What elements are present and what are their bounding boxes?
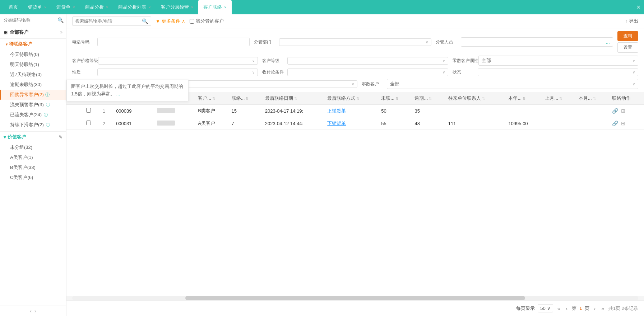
col-last-month[interactable]: 上月... ⇅ <box>541 92 575 105</box>
person-dots-icon[interactable]: ... <box>606 39 610 45</box>
info-icon-churned[interactable]: ⓘ <box>44 113 48 117</box>
tab-home[interactable]: 首页 <box>4 0 23 14</box>
gender-select[interactable]: ∨ <box>97 69 258 76</box>
more-conditions-button[interactable]: ▼ 更多条件 ∧ <box>156 18 185 24</box>
customer-level-select[interactable]: ∨ <box>287 57 448 65</box>
per-page-select[interactable]: 50 ∨ <box>538 304 553 312</box>
row1-unit-contact <box>445 105 505 117</box>
sort-icon-contact: ⇅ <box>246 96 249 100</box>
price-level-select[interactable]: ∨ <box>98 57 258 65</box>
retail-customer-select[interactable]: 全部 ∨ <box>387 79 638 89</box>
col-unit-contact[interactable]: 往来单位联系人 ⇅ <box>445 92 505 105</box>
tab-product-analysis[interactable]: 商品分析 × <box>80 0 113 14</box>
col-type[interactable]: 客户... ⇅ <box>194 92 228 105</box>
close-tab-sales[interactable]: × <box>44 5 46 9</box>
tab-customer-tier[interactable]: 客户分层经营 × <box>156 0 198 14</box>
info-icon-churn[interactable]: ⓘ <box>46 103 50 107</box>
value-customers-group[interactable]: ▾ 价值客户 ✎ <box>0 131 66 142</box>
tab-customer-contact[interactable]: 客户联络 × <box>198 0 231 14</box>
filter-row-3: 性质 ∨ 收付款条件 ∨ 状态 <box>72 69 638 76</box>
sort-icon-this-month: ⇅ <box>593 96 596 100</box>
sidebar-item-ungrouped[interactable]: 未分组(32) <box>0 142 66 152</box>
phone-input[interactable] <box>97 38 250 46</box>
sidebar-item-churned[interactable]: 已流失客户(24) ⓘ <box>0 110 66 120</box>
col-this-year[interactable]: 本年... ⇅ <box>505 92 541 105</box>
close-tab-contact[interactable]: × <box>224 5 226 9</box>
row2-checkbox <box>83 117 99 130</box>
horizontal-scrollbar[interactable] <box>72 296 638 300</box>
row1-checkbox <box>83 105 99 117</box>
sidebar-item-class-c[interactable]: C类客户(6) <box>0 173 66 183</box>
retail-attr-select[interactable]: 全部 ∨ <box>478 56 638 66</box>
close-tab-purchase[interactable]: × <box>73 5 75 9</box>
sidebar-item-overdue-contact[interactable]: 逾期未联络(30) <box>0 80 66 90</box>
export-button[interactable]: ↑ 导出 <box>625 18 639 24</box>
tab-purchase-order[interactable]: 进货单 × <box>51 0 80 14</box>
col-last-contact-method[interactable]: 最后联络方式 ⇅ <box>324 92 377 105</box>
col-last-contact-date[interactable]: 最后联络日期 ⇅ <box>261 92 324 105</box>
payment-select[interactable]: ∨ <box>287 69 448 76</box>
sidebar-item-tomorrow-contact[interactable]: 明天待联络(1) <box>0 60 66 70</box>
sidebar-item-declining[interactable]: 持续下滑客户(2) ⓘ <box>0 120 66 130</box>
last-page-button[interactable]: » <box>600 305 606 312</box>
tab-sales-order[interactable]: 销货单 × <box>23 0 51 14</box>
close-tab-tier[interactable]: × <box>191 5 193 9</box>
sidebar-item-class-a[interactable]: A类客户(1) <box>0 152 66 162</box>
window-close-button[interactable]: × <box>636 4 640 11</box>
sort-icon-method: ⇅ <box>356 96 359 100</box>
first-page-button[interactable]: « <box>556 305 562 312</box>
info-icon-repurchase[interactable]: ⓘ <box>45 92 50 98</box>
query-button[interactable]: 查询 <box>617 31 638 41</box>
sidebar-item-churn-warning[interactable]: 流失预警客户(3) ⓘ <box>0 100 66 110</box>
sidebar-search-icon[interactable]: 🔍 <box>57 17 64 23</box>
close-tab-analysis-list[interactable]: × <box>148 5 150 9</box>
sidebar-item-repurchase-abnormal[interactable]: 回购异常客户(2) ⓘ <box>0 90 66 100</box>
row2-last-month <box>541 117 575 130</box>
value-arrow-icon: ▾ <box>4 135 6 140</box>
search-filter-box: 🔍 <box>72 16 151 26</box>
row2-grid-icon[interactable]: ⊞ <box>621 121 625 126</box>
col-contact[interactable]: 联络... ⇅ <box>228 92 261 105</box>
row1-last-method[interactable]: 下销货单 <box>324 105 377 117</box>
col-this-month[interactable]: 本月... ⇅ <box>575 92 608 105</box>
row1-grid-icon[interactable]: ⊞ <box>621 108 625 114</box>
filter-search-icon[interactable]: 🔍 <box>142 18 148 24</box>
next-page-button[interactable]: › <box>592 305 597 312</box>
row1-link-icon[interactable]: 🔗 <box>612 108 618 114</box>
chevron-left-icon[interactable]: ‹ <box>30 308 32 314</box>
scrollbar-thumb <box>185 296 525 300</box>
row2-last-method[interactable]: 下销货单 <box>324 117 377 130</box>
collapse-sidebar-icon[interactable]: » <box>60 30 62 35</box>
sidebar-search-input[interactable] <box>4 18 57 23</box>
status-select[interactable]: ∨ <box>478 69 638 76</box>
row1-last-date: 2023-04-17 14:19: <box>261 105 324 117</box>
row1-select[interactable] <box>86 108 91 113</box>
prev-page-button[interactable]: ‹ <box>565 305 569 312</box>
close-tab-analysis[interactable]: × <box>106 5 108 9</box>
col-uncontacted[interactable]: 未联... ⇅ <box>377 92 411 105</box>
chevron-right-icon[interactable]: › <box>34 308 36 314</box>
current-page[interactable]: 1 <box>579 306 582 311</box>
sidebar-item-7day-contact[interactable]: 近7天待联络(0) <box>0 70 66 80</box>
my-customers-check[interactable] <box>190 19 194 24</box>
dept-select[interactable]: ∨ <box>279 38 431 46</box>
info-icon-declining[interactable]: ⓘ <box>46 123 50 127</box>
row2-actions: 🔗 ⊞ <box>608 117 644 130</box>
search-input[interactable] <box>75 19 140 24</box>
person-select[interactable]: ... <box>461 37 613 47</box>
row2-select[interactable] <box>86 121 91 125</box>
table-row: 2 000031 A类客户 7 2023-04-12 14:44: 下销货单 5… <box>66 117 644 130</box>
sidebar-item-class-b[interactable]: B类客户(33) <box>0 162 66 173</box>
row2-code: 000031 <box>112 117 153 130</box>
row2-link-icon[interactable]: 🔗 <box>612 121 618 126</box>
edit-icon-value-group[interactable]: ✎ <box>59 135 62 140</box>
pending-contact-group[interactable]: ▾ 待联络客户 <box>0 39 66 49</box>
sidebar-item-today-contact[interactable]: 今天待联络(0) <box>0 49 66 60</box>
per-page-chevron-icon: ∨ <box>547 306 551 311</box>
col-overdue[interactable]: 逾期... ⇅ <box>411 92 444 105</box>
tooltip-more-icon[interactable]: ... <box>116 91 120 96</box>
settings-button[interactable]: 设置 <box>617 42 638 53</box>
row1-num: 1 <box>99 105 112 117</box>
tab-product-analysis-list[interactable]: 商品分析列表 × <box>113 0 156 14</box>
sort-icon-last-date: ⇅ <box>294 96 297 100</box>
